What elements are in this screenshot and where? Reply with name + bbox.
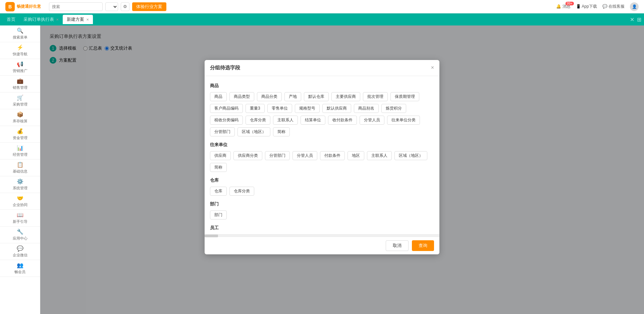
tab-expand[interactable]: ⊞ xyxy=(637,16,641,23)
topbar-dropdown[interactable] xyxy=(105,2,118,11)
field-tag-product[interactable]: 商品 xyxy=(210,92,227,101)
avatar[interactable]: 👤 xyxy=(630,2,639,11)
tabbar: 首页 采购订单执行表 ✕ 新建方案 ✕ ✕ ⊞ xyxy=(0,13,644,25)
modal-header: 分组待选字段 × xyxy=(205,60,439,76)
field-tag-settlement-unit[interactable]: 结算单位 xyxy=(301,116,325,125)
app-icon: 📱 xyxy=(576,4,581,9)
sidebar-item-system-label: 系统管理 xyxy=(13,186,28,191)
field-tag-product-type[interactable]: 商品类型 xyxy=(229,92,254,101)
section-title-department: 部门 xyxy=(210,201,434,207)
field-tag-manager[interactable]: 分管人员 xyxy=(360,116,384,125)
topbar: B 畅捷通好生意 ⚙ 体验行业方案 🔔 99+ 消息 📱 App下载 💬 在线客… xyxy=(0,0,644,13)
app-download[interactable]: 📱 App下载 xyxy=(576,4,597,9)
notification-area[interactable]: 🔔 99+ 消息 xyxy=(556,4,570,9)
field-tag-refine-points[interactable]: 炼货积分 xyxy=(381,104,406,113)
sidebar: 🔍 搜索菜单 ⚡ 快捷导航 📢 营销推广 💼 销售管理 🛒 采购管理 📦 库存核… xyxy=(0,25,40,314)
field-tag-product-category[interactable]: 商品分类 xyxy=(257,92,282,101)
field-tag-warehouse[interactable]: 仓库 xyxy=(210,187,227,196)
sidebar-item-guide-label: 新手引导 xyxy=(13,219,28,224)
sidebar-item-quicknav[interactable]: ⚡ 快捷导航 xyxy=(0,42,40,59)
field-tag-region-product[interactable]: 区域（地区） xyxy=(237,127,270,136)
basic-icon: 📋 xyxy=(17,162,23,168)
field-tag-payment-condition[interactable]: 付款条件 xyxy=(320,151,345,160)
sidebar-item-collab-label: 企业协同 xyxy=(13,202,28,207)
sidebar-item-finance[interactable]: 💰 资金管理 xyxy=(0,126,40,143)
sidebar-item-marketing[interactable]: 📢 营销推广 xyxy=(0,59,40,76)
field-tag-default-supplier[interactable]: 默认供应商 xyxy=(322,104,351,113)
field-tag-short-name-product[interactable]: 简称 xyxy=(273,127,290,136)
sidebar-item-inventory-label: 库存核算 xyxy=(13,119,28,124)
sidebar-item-collab[interactable]: 🤝 企业协同 xyxy=(0,193,40,210)
logo-text: 畅捷通好生意 xyxy=(17,4,41,9)
modal-close-btn[interactable]: × xyxy=(431,65,434,71)
field-tag-supplier[interactable]: 供应商 xyxy=(210,151,231,160)
sidebar-item-search[interactable]: 🔍 搜索菜单 xyxy=(0,25,40,42)
experience-btn[interactable]: 体验行业方案 xyxy=(132,2,166,11)
service-icon: 💬 xyxy=(602,4,607,9)
section-title-warehouse: 仓库 xyxy=(210,177,434,183)
field-tag-batch-management[interactable]: 批次管理 xyxy=(363,92,388,101)
field-tag-area[interactable]: 地区 xyxy=(347,151,364,160)
sidebar-item-member[interactable]: 👥 畅会员 xyxy=(0,260,40,277)
field-tag-customer-code[interactable]: 客户商品编码 xyxy=(210,104,243,113)
sidebar-item-guide[interactable]: 📖 新手引导 xyxy=(0,210,40,227)
field-group-partner: 供应商 供应商分类 分管部门 分管人员 付款条件 地区 主联系人 区域（地区） … xyxy=(210,151,434,172)
sidebar-item-wechat[interactable]: 💬 企业微信 xyxy=(0,243,40,260)
sidebar-item-purchase[interactable]: 🛒 采购管理 xyxy=(0,92,40,109)
field-tag-partner-category[interactable]: 往来单位分类 xyxy=(387,116,420,125)
sidebar-item-operations[interactable]: 📊 经营管理 xyxy=(0,143,40,160)
sidebar-item-appcenter[interactable]: 🔧 应用中心 xyxy=(0,227,40,243)
sidebar-item-appcenter-label: 应用中心 xyxy=(13,236,28,241)
logo-area: B 畅捷通好生意 xyxy=(5,2,46,11)
field-tag-department[interactable]: 部门 xyxy=(210,210,227,219)
field-tag-partner-dept[interactable]: 分管部门 xyxy=(265,151,290,160)
cancel-button[interactable]: 取消 xyxy=(386,240,409,251)
notification-icon: 🔔 xyxy=(556,4,561,9)
quicknav-icon: ⚡ xyxy=(17,44,23,51)
field-tag-region-partner[interactable]: 区域（地区） xyxy=(394,151,427,160)
gear-icon[interactable]: ⚙ xyxy=(121,2,129,11)
tab-new-plan[interactable]: 新建方案 ✕ xyxy=(63,15,93,24)
field-tag-partner-contact[interactable]: 主联系人 xyxy=(367,151,392,160)
sidebar-item-inventory[interactable]: 📦 库存核算 xyxy=(0,109,40,126)
field-tag-supplier-category[interactable]: 供应商分类 xyxy=(233,151,262,160)
tab-home[interactable]: 首页 xyxy=(3,15,19,24)
wechat-icon: 💬 xyxy=(17,245,23,252)
field-tag-default-warehouse[interactable]: 默认仓库 xyxy=(304,92,329,101)
operations-icon: 📊 xyxy=(17,145,23,151)
sidebar-item-system[interactable]: ⚙️ 系统管理 xyxy=(0,176,40,193)
field-tag-partner-manager[interactable]: 分管人员 xyxy=(292,151,317,160)
field-tag-short-name-partner[interactable]: 简称 xyxy=(210,163,227,172)
sidebar-item-purchase-label: 采购管理 xyxy=(13,102,28,107)
finance-icon: 💰 xyxy=(17,128,23,134)
field-tag-product-alias[interactable]: 商品别名 xyxy=(354,104,379,113)
tab-new-plan-close[interactable]: ✕ xyxy=(86,18,89,21)
inventory-icon: 📦 xyxy=(17,111,23,118)
tab-purchase-order-close[interactable]: ✕ xyxy=(56,18,59,21)
tab-close-all[interactable]: ✕ xyxy=(630,16,634,23)
tab-purchase-order[interactable]: 采购订单执行表 ✕ xyxy=(19,15,63,24)
search-input[interactable] xyxy=(49,2,103,11)
field-tag-payment-terms[interactable]: 收付款条件 xyxy=(328,116,357,125)
field-tag-main-contact[interactable]: 主联系人 xyxy=(273,116,298,125)
field-tag-tax-code[interactable]: 税收分类编码 xyxy=(210,116,243,125)
field-tag-main-supplier[interactable]: 主要供应商 xyxy=(331,92,360,101)
field-tag-warehouse-cat[interactable]: 仓库分类 xyxy=(229,187,254,196)
section-title-partner: 往来单位 xyxy=(210,142,434,148)
section-title-employee: 员工 xyxy=(210,225,434,231)
field-tag-origin[interactable]: 产地 xyxy=(284,92,301,101)
field-tag-warehouse-category[interactable]: 仓库分类 xyxy=(246,116,270,125)
sidebar-item-sales-label: 销售管理 xyxy=(13,85,28,90)
confirm-button[interactable]: 查询 xyxy=(412,240,434,251)
online-service[interactable]: 💬 在线客服 xyxy=(602,4,625,9)
field-tag-retail-unit[interactable]: 零售单位 xyxy=(267,104,292,113)
sidebar-item-wechat-label: 企业微信 xyxy=(13,253,28,258)
field-tag-dept[interactable]: 分管部门 xyxy=(210,127,235,136)
topbar-right: 🔔 99+ 消息 📱 App下载 💬 在线客服 👤 xyxy=(556,2,639,11)
modal-hscroll[interactable] xyxy=(205,234,439,236)
field-tag-shelf-life[interactable]: 保质期管理 xyxy=(390,92,419,101)
field-tag-spec-model[interactable]: 规格型号 xyxy=(295,104,320,113)
sidebar-item-sales[interactable]: 💼 销售管理 xyxy=(0,76,40,92)
field-tag-weight3[interactable]: 重量3 xyxy=(246,104,265,113)
sidebar-item-basic[interactable]: 📋 基础信息 xyxy=(0,160,40,176)
